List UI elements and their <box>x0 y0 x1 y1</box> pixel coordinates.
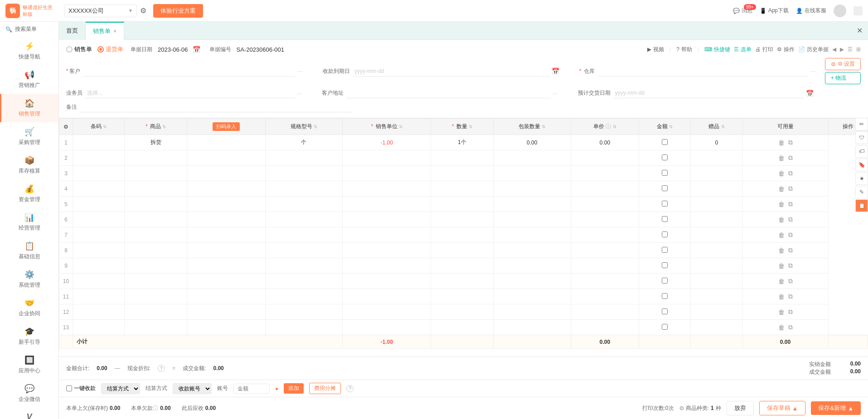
customer-dots-btn[interactable]: ··· <box>296 67 305 75</box>
th-barcode[interactable]: 条码 ⇅ <box>73 119 125 135</box>
tab-home[interactable]: 首页 <box>59 22 86 40</box>
toolbar-video[interactable]: ▶ 视频 <box>647 46 664 53</box>
copy-row-btn[interactable]: ⧉ <box>787 261 794 270</box>
sidebar-item-guide[interactable]: 🎓 新手引导 <box>0 322 58 351</box>
warehouse-input[interactable]: 建材仓 <box>597 66 809 77</box>
sidebar-item-app-center[interactable]: 🔲 应用中心 <box>0 351 58 379</box>
toolbar-print[interactable]: 🖨 打印 <box>755 46 773 53</box>
delete-row-btn[interactable]: 🗑 <box>777 246 786 255</box>
addr-dots-btn[interactable]: ··· <box>551 90 560 97</box>
copy-row-btn[interactable]: ⧉ <box>787 246 794 255</box>
save-new-btn[interactable]: 保存&新增 ▲ <box>811 401 861 415</box>
avatar[interactable] <box>834 5 846 17</box>
table-container[interactable]: ⚙ 条码 ⇅ * 商品 ⇅ 扫码录入 <box>59 118 868 356</box>
th-unit[interactable]: * 销售单位 ⇅ <box>343 119 431 135</box>
delete-row-btn[interactable]: 🗑 <box>777 307 786 317</box>
product-type-icon[interactable]: ⊙ <box>679 405 684 411</box>
payment-account-select[interactable]: 收款账号 <box>173 383 212 394</box>
sidebar-item-finance[interactable]: 💰 资金管理 <box>0 179 58 208</box>
row-unit-price[interactable]: 0.00 <box>493 135 571 150</box>
warehouse-dots-btn[interactable]: ··· <box>809 67 818 75</box>
one-click-payment-checkbox[interactable]: 一键收款 <box>66 385 96 392</box>
right-panel-tag[interactable]: 🏷 <box>855 145 868 158</box>
customer-addr-input[interactable] <box>346 88 551 98</box>
toolbar-select[interactable]: ☰ 选单 <box>734 46 752 53</box>
copy-row-btn[interactable]: ⧉ <box>787 323 794 332</box>
delete-row-btn[interactable]: 🗑 <box>777 276 786 286</box>
tab-sales-order[interactable]: 销售单 × <box>86 22 124 40</box>
sidebar-item-inventory[interactable]: 📦 库存核算 <box>0 151 58 179</box>
add-payment-btn[interactable]: 添加 <box>284 383 304 394</box>
toolbar-history[interactable]: 📄 历史单据 <box>798 46 829 53</box>
expense-split-btn[interactable]: 费用分摊 <box>309 383 341 394</box>
row-pack-qty[interactable]: 1个 <box>431 135 493 150</box>
th-gift[interactable]: 赠品 ⇅ <box>691 119 742 135</box>
discard-btn[interactable]: 放弃 <box>727 401 754 415</box>
sidebar-item-sales[interactable]: 🏠 销售管理 <box>0 94 58 122</box>
radio-sale-order[interactable]: 销售单 <box>66 45 92 53</box>
delete-row-btn[interactable]: 🗑 <box>777 138 786 147</box>
due-date-input[interactable] <box>353 66 550 77</box>
customer-input[interactable] <box>83 66 296 77</box>
payment-amount-input[interactable] <box>233 384 270 394</box>
th-pack-qty[interactable]: 包装数量 ⇅ <box>493 119 571 135</box>
save-draft-btn[interactable]: 保存草稿 ▲ <box>759 401 806 415</box>
radio-return-order[interactable]: 退货单 <box>97 45 123 53</box>
copy-row-btn[interactable]: ⧉ <box>787 276 794 286</box>
view-list-icon[interactable]: ☰ <box>848 46 853 53</box>
th-amount[interactable]: 金额 ⇅ <box>639 119 691 135</box>
right-panel-pencil[interactable]: ✎ <box>855 186 868 198</box>
copy-row-btn[interactable]: ⧉ <box>787 230 794 240</box>
remark-input[interactable] <box>80 102 352 112</box>
row-spec[interactable] <box>187 135 265 150</box>
copy-row-btn[interactable]: ⧉ <box>787 199 794 209</box>
sidebar-item-system[interactable]: ⚙️ 系统管理 <box>0 265 58 294</box>
toolbar-operation[interactable]: ⚙ 操作 <box>777 46 795 53</box>
delete-row-btn[interactable]: 🗑 <box>777 323 786 332</box>
th-spec[interactable]: 规格型号 ⇅ <box>265 119 343 135</box>
copy-row-btn[interactable]: ⧉ <box>787 138 794 147</box>
row-quantity[interactable]: -1.00 <box>343 135 431 150</box>
expected-date-input[interactable] <box>613 88 804 98</box>
delete-row-btn[interactable]: 🗑 <box>777 215 786 224</box>
settings-button[interactable]: ⚙ <box>137 5 150 17</box>
avatar-placeholder[interactable] <box>853 6 863 15</box>
delete-row-btn[interactable]: 🗑 <box>777 153 786 163</box>
delete-row-btn[interactable]: 🗑 <box>777 230 786 240</box>
salesperson-input[interactable] <box>85 88 295 98</box>
copy-row-btn[interactable]: ⧉ <box>787 184 794 193</box>
delete-row-btn[interactable]: 🗑 <box>777 292 786 301</box>
th-quantity[interactable]: * 数量 ⇅ <box>431 119 493 135</box>
nav-prev-icon[interactable]: ◀ <box>832 46 836 53</box>
row-gift-checkbox[interactable] <box>639 135 691 150</box>
delete-row-btn[interactable]: 🗑 <box>777 169 786 178</box>
th-scan[interactable]: 扫码录入 <box>187 119 265 135</box>
tab-close-icon[interactable]: × <box>113 28 116 34</box>
right-panel-star[interactable]: ★ <box>855 172 868 185</box>
view-grid-icon[interactable]: ⊞ <box>856 46 861 53</box>
logistics-btn[interactable]: + 物流 <box>825 72 861 84</box>
copy-row-btn[interactable]: ⧉ <box>787 215 794 224</box>
sidebar-item-wechat[interactable]: 💬 企业微信 <box>0 379 58 408</box>
expected-date-cal-icon[interactable]: 📅 <box>804 90 815 97</box>
th-product[interactable]: * 商品 ⇅ <box>125 119 187 135</box>
row-amount[interactable]: 0.00 <box>571 135 639 150</box>
payment-help-icon[interactable]: ? <box>346 385 354 392</box>
online-service-button[interactable]: 👤 在线客服 <box>796 7 826 14</box>
salesperson-dots-btn[interactable]: ··· <box>295 90 304 97</box>
sidebar-item-quick-nav[interactable]: ⚡ 快捷导航 <box>0 37 58 65</box>
due-date-cal-icon[interactable]: 📅 <box>550 67 561 75</box>
message-button[interactable]: 💬 消息 99+ <box>733 7 752 14</box>
toolbar-help[interactable]: ? 帮助 <box>676 46 692 53</box>
sidebar-item-enterprise[interactable]: 🤝 企业协同 <box>0 294 58 322</box>
sidebar-search[interactable]: 🔍 搜索菜单 <box>0 22 58 37</box>
date-calendar-icon[interactable]: 📅 <box>191 46 202 53</box>
row-barcode[interactable] <box>73 135 125 150</box>
experience-btn[interactable]: 体验行业方案 <box>153 4 203 18</box>
sidebar-item-operations[interactable]: 📊 经营管理 <box>0 208 58 236</box>
sidebar-item-member[interactable]: V 畅会员 <box>0 408 58 419</box>
copy-row-btn[interactable]: ⧉ <box>787 307 794 317</box>
right-panel-action[interactable]: 📋 <box>855 199 868 212</box>
one-click-checkbox[interactable] <box>66 385 72 391</box>
right-panel-edit[interactable]: ✏ <box>855 118 868 130</box>
